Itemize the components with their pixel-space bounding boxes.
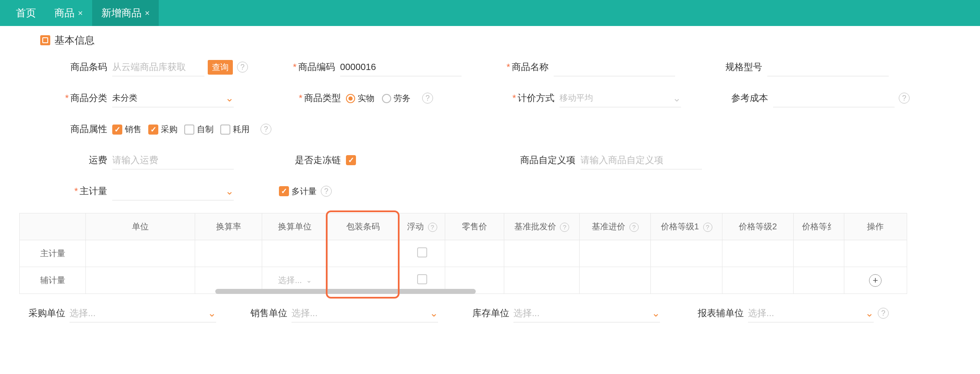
shipping-input[interactable] — [112, 155, 234, 166]
label-purchase-unit: 采购单位 — [19, 307, 70, 319]
label-spec: 规格型号 — [700, 61, 767, 73]
help-icon[interactable]: ? — [878, 308, 889, 319]
label-sale-unit: 销售单位 — [241, 307, 291, 319]
help-icon[interactable]: ? — [703, 223, 712, 232]
horizontal-scrollbar[interactable] — [215, 289, 476, 294]
close-icon[interactable]: × — [145, 8, 150, 18]
checkbox-consume[interactable]: 耗用 — [220, 124, 250, 135]
chevron-down-icon: ⌄ — [225, 185, 234, 197]
query-button[interactable]: 查询 — [208, 60, 233, 75]
help-icon[interactable]: ? — [260, 124, 271, 135]
stock-unit-select[interactable]: 选择... ⌄ — [513, 304, 660, 322]
th-level2: 价格等级2 — [722, 213, 793, 240]
cell[interactable] — [722, 267, 793, 294]
help-icon[interactable]: ? — [560, 223, 569, 232]
checkbox-sale[interactable]: 销售 — [112, 124, 142, 135]
row-label-aux: 辅计量 — [20, 267, 86, 294]
tab-product-label: 商品 — [54, 6, 75, 20]
chevron-down-icon: ⌄ — [306, 276, 312, 284]
barcode-input[interactable] — [112, 62, 204, 73]
table-row-main: 主计量 — [20, 240, 907, 267]
checkbox-multi-unit[interactable] — [279, 186, 289, 196]
chevron-down-icon: ⌄ — [652, 307, 660, 319]
label-attr: 商品属性 — [45, 123, 112, 135]
checkbox-cold-chain[interactable] — [346, 155, 356, 165]
unit-selects-row: 采购单位 选择... ⌄ 销售单位 选择... ⌄ 库存单位 选择... ⌄ 报… — [19, 304, 980, 322]
th-float: 浮动 ? — [399, 213, 445, 240]
th-rate: 换算率 — [195, 213, 262, 240]
code-input[interactable] — [340, 62, 462, 73]
tab-home[interactable]: 首页 — [7, 0, 45, 26]
cell[interactable] — [722, 240, 793, 267]
pricing-select[interactable]: 移动平均 ⌄ — [560, 89, 681, 107]
th-op: 操作 — [844, 213, 907, 240]
cell[interactable] — [195, 240, 262, 267]
th-wholesale: 基准批发价 ? — [504, 213, 579, 240]
chevron-down-icon: ⌄ — [208, 307, 216, 319]
cell[interactable] — [794, 267, 844, 294]
cell[interactable] — [328, 240, 399, 267]
section-icon — [40, 35, 50, 45]
label-name: 商品名称 — [512, 62, 549, 72]
radio-service[interactable]: 劳务 — [382, 93, 410, 104]
label-shipping: 运费 — [45, 154, 112, 166]
chevron-down-icon: ⌄ — [673, 92, 681, 104]
cell[interactable] — [580, 240, 651, 267]
form: 商品条码 查询 ? *商品编码 *商品名称 规格型号 *商品分类 未分类 ⌄ — [0, 58, 980, 200]
add-row-button[interactable]: + — [869, 274, 882, 287]
help-icon[interactable]: ? — [629, 223, 639, 232]
th-unit: 单位 — [86, 213, 195, 240]
name-input[interactable] — [554, 62, 675, 73]
cell[interactable] — [794, 240, 844, 267]
category-value: 未分类 — [112, 92, 137, 104]
cell[interactable] — [651, 240, 722, 267]
help-icon[interactable]: ? — [237, 62, 248, 73]
th-level-more: 价格等纟 — [794, 213, 844, 240]
label-ref-cost: 参考成本 — [706, 92, 773, 104]
th-pkg-barcode: 包装条码 — [328, 213, 399, 240]
label-main-unit: 主计量 — [80, 186, 107, 196]
th-retail: 零售价 — [445, 213, 504, 240]
cell-float-checkbox[interactable] — [399, 240, 445, 267]
tab-add-product[interactable]: 新增商品 × — [92, 0, 159, 26]
chevron-down-icon: ⌄ — [865, 307, 874, 319]
custom-field-input[interactable] — [580, 155, 702, 166]
report-unit-select[interactable]: 选择... ⌄ — [748, 304, 874, 322]
cell[interactable] — [651, 267, 722, 294]
cell[interactable] — [504, 240, 579, 267]
cell[interactable] — [86, 267, 195, 294]
label-type: 商品类型 — [304, 93, 341, 103]
tab-product[interactable]: 商品 × — [45, 0, 92, 26]
cell[interactable] — [445, 240, 504, 267]
cell[interactable] — [86, 240, 195, 267]
chevron-down-icon: ⌄ — [430, 307, 438, 319]
main-unit-select[interactable]: ⌄ — [112, 182, 234, 200]
close-icon[interactable]: × — [78, 8, 83, 18]
help-icon[interactable]: ? — [899, 93, 910, 104]
label-stock-unit: 库存单位 — [463, 307, 513, 319]
category-select[interactable]: 未分类 ⌄ — [112, 89, 234, 107]
cell[interactable] — [504, 267, 579, 294]
help-icon[interactable]: ? — [428, 223, 437, 232]
th-blank — [20, 213, 86, 240]
cell[interactable] — [262, 240, 328, 267]
help-icon[interactable]: ? — [321, 186, 332, 197]
cell[interactable] — [580, 267, 651, 294]
th-level1: 价格等级1 ? — [651, 213, 722, 240]
sale-unit-select[interactable]: 选择... ⌄ — [291, 304, 438, 322]
label-custom-field: 商品自定义项 — [493, 154, 580, 166]
ref-cost-input[interactable] — [773, 93, 895, 104]
section-basic-info: 基本信息 — [40, 34, 980, 47]
chevron-down-icon: ⌄ — [225, 92, 234, 104]
checkbox-self-made[interactable]: 自制 — [184, 124, 214, 135]
purchase-unit-select[interactable]: 选择... ⌄ — [70, 304, 216, 322]
radio-physical[interactable]: 实物 — [346, 93, 374, 104]
label-cold-chain: 是否走冻链 — [279, 154, 346, 166]
help-icon[interactable]: ? — [422, 93, 433, 104]
tab-bar: 首页 商品 × 新增商品 × — [0, 0, 980, 26]
spec-input[interactable] — [767, 62, 889, 73]
label-report-unit: 报表辅单位 — [685, 307, 748, 319]
checkbox-purchase[interactable]: 采购 — [148, 124, 178, 135]
pricing-value: 移动平均 — [560, 92, 593, 104]
tab-add-product-label: 新增商品 — [101, 6, 142, 20]
